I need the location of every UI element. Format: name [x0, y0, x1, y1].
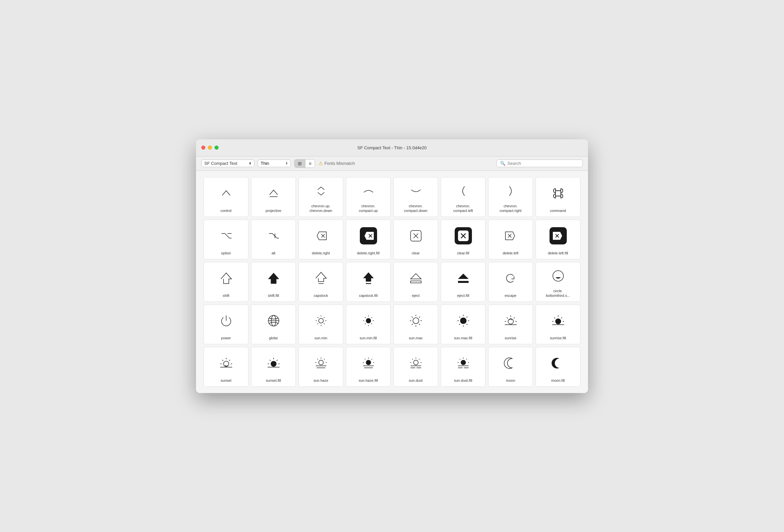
alt-icon [265, 224, 282, 248]
svg-line-89 [222, 360, 223, 361]
sun-haze-fill-icon [360, 351, 377, 376]
svg-line-119 [412, 359, 413, 360]
svg-line-60 [419, 324, 420, 325]
icon-cell-moon[interactable]: moon [488, 347, 533, 387]
icon-cell-chevron-cd[interactable]: chevron.compact.down [393, 177, 438, 217]
icon-cell-delete-left-fill[interactable]: delete.left.fill [536, 220, 580, 259]
icon-cell-sun-max-fill[interactable]: sun.max.fill [441, 305, 485, 344]
clear-fill-label: clear.fill [457, 251, 469, 255]
minimize-button[interactable] [208, 146, 212, 149]
icon-cell-power[interactable]: power [204, 305, 248, 344]
icon-cell-chevron-cu[interactable]: chevron.compact.up [346, 177, 391, 217]
list-view-button[interactable]: ≡ [305, 160, 315, 167]
icon-cell-clear[interactable]: clear [393, 220, 438, 259]
chevron-cr-icon [502, 181, 520, 201]
icon-cell-sun-dust-fill[interactable]: sun.dust.fill [441, 347, 485, 387]
svg-line-41 [317, 317, 318, 318]
icon-cell-chevron-cl[interactable]: chevron.compact.left [441, 177, 485, 217]
icon-cell-sunset-fill[interactable]: sunset.fill [251, 347, 296, 387]
icon-cell-sunset[interactable]: sunset [204, 347, 248, 387]
icon-cell-chevron-cr[interactable]: chevron.compact.right [488, 177, 533, 217]
power-icon [218, 309, 235, 333]
icon-cell-moon-fill[interactable]: moon.fill [536, 347, 580, 387]
icon-cell-sun-max[interactable]: sun.max [393, 305, 438, 344]
icon-cell-chevron-ud[interactable]: chevron.up.chevron.down [299, 177, 343, 217]
icon-cell-sunrise-fill[interactable]: sunrise.fill [536, 305, 580, 344]
svg-line-51 [371, 324, 372, 325]
svg-marker-25 [363, 272, 374, 282]
icon-cell-sun-dust[interactable]: sun.dust [393, 347, 438, 387]
icon-cell-projective[interactable]: projective [251, 177, 296, 217]
toolbar: SF Compact Text ⬍ Thin ⬍ ⊞ ≡ ⚠ Fonts Mis… [196, 157, 588, 171]
font-family-chevron-icon: ⬍ [249, 162, 251, 165]
svg-line-128 [460, 359, 460, 360]
svg-line-82 [554, 317, 555, 318]
sun-max-fill-icon [455, 309, 472, 333]
svg-line-118 [419, 359, 420, 360]
svg-line-61 [419, 317, 420, 318]
icon-cell-sun-min[interactable]: sun.min [299, 305, 343, 344]
delete-right-fill-icon [360, 224, 377, 248]
icon-grid: control projective che [203, 176, 581, 388]
moon-fill-label: moon.fill [551, 378, 565, 383]
icon-cell-globe[interactable]: globe [251, 305, 296, 344]
font-weight-select[interactable]: Thin ⬍ [258, 160, 291, 167]
icon-cell-circle-bottom[interactable]: circle.bottomthird.s... [536, 262, 580, 302]
moon-fill-icon [550, 351, 567, 376]
icon-cell-eject-fill[interactable]: eject.fill [441, 262, 485, 302]
command-label: command [550, 208, 566, 213]
sunset-fill-label: sunset.fill [266, 378, 281, 383]
icon-cell-command[interactable]: command [536, 177, 580, 217]
icon-cell-shift[interactable]: shift [204, 262, 248, 302]
icon-cell-alt[interactable]: alt [251, 220, 296, 259]
font-family-select[interactable]: SF Compact Text ⬍ [201, 160, 254, 167]
icon-cell-capslock-fill[interactable]: capslock.fill [346, 262, 391, 302]
svg-line-59 [412, 317, 413, 318]
svg-line-110 [371, 359, 372, 360]
svg-rect-28 [411, 281, 421, 283]
grid-view-button[interactable]: ⊞ [295, 160, 305, 167]
icon-cell-capslock[interactable]: capslock [299, 262, 343, 302]
sunrise-label: sunrise [505, 336, 516, 340]
chevron-ud-label: chevron.up.chevron.down [309, 204, 332, 213]
search-input[interactable] [507, 161, 579, 166]
icon-cell-control[interactable]: control [204, 177, 248, 217]
sun-dust-fill-icon [455, 351, 472, 376]
svg-point-45 [366, 318, 371, 323]
sunrise-fill-icon [550, 309, 567, 333]
svg-line-69 [466, 324, 467, 325]
fullscreen-button[interactable] [215, 146, 219, 149]
sun-dust-label: sun.dust [409, 378, 423, 383]
icon-cell-delete-right-fill[interactable]: delete.right.fill [346, 220, 391, 259]
eject-label: eject [412, 293, 420, 298]
svg-point-72 [508, 319, 513, 324]
icon-cell-escape[interactable]: escape [488, 262, 533, 302]
clear-fill-icon [455, 224, 472, 248]
sunset-fill-icon [265, 351, 282, 376]
svg-line-81 [561, 317, 562, 318]
sun-dust-fill-label: sun.dust.fill [454, 378, 472, 383]
icon-cell-clear-fill[interactable]: clear.fill [441, 220, 485, 259]
svg-line-2 [225, 233, 229, 238]
icon-cell-eject[interactable]: eject [393, 262, 438, 302]
svg-line-53 [365, 324, 365, 325]
svg-marker-27 [411, 274, 421, 279]
icon-cell-option[interactable]: option [204, 220, 248, 259]
svg-line-42 [324, 324, 324, 325]
icon-cell-sun-min-fill[interactable]: sun.min.fill [346, 305, 391, 344]
escape-label: escape [505, 293, 516, 298]
icon-cell-shift-fill[interactable]: shift.fill [251, 262, 296, 302]
escape-icon [502, 266, 520, 291]
projective-icon [265, 181, 282, 206]
close-button[interactable] [201, 146, 205, 149]
icon-cell-sunrise[interactable]: sunrise [488, 305, 533, 344]
capslock-fill-icon [360, 266, 377, 291]
icon-cell-delete-right[interactable]: delete.right [299, 220, 343, 259]
icon-cell-sun-haze[interactable]: sun.haze [299, 347, 343, 387]
option-icon [218, 224, 235, 248]
svg-point-63 [460, 318, 466, 324]
clear-icon [407, 224, 424, 248]
icon-cell-sun-haze-fill[interactable]: sun.haze.fill [346, 347, 391, 387]
sunrise-icon [502, 309, 520, 333]
icon-cell-delete-left[interactable]: delete.left [488, 220, 533, 259]
